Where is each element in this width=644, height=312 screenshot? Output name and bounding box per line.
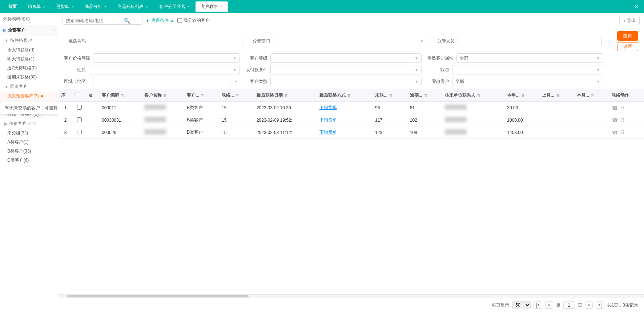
sidebar-item-tomorrow[interactable]: 明天待联络(1)	[0, 54, 58, 64]
row-2-last-month	[539, 114, 574, 126]
my-customers-checkbox[interactable]	[177, 18, 182, 23]
sidebar-item-unsorted[interactable]: 未分组(32)	[0, 129, 58, 138]
tab-home[interactable]: 首页	[3, 1, 22, 12]
select-all-checkbox[interactable]	[76, 93, 80, 97]
manager-label: 分管人员	[433, 38, 455, 44]
next-page-button[interactable]: >	[585, 301, 593, 309]
page-input[interactable]	[563, 301, 575, 309]
sidebar-item-overdue[interactable]: 逾期未联络(30)	[0, 73, 58, 82]
sort-tmonth-icon[interactable]: ⇅	[591, 93, 594, 97]
sidebar-item-loss-warning[interactable]: 流失预警客户(3) ● 90天未交易的客户，可能有流失风险。	[0, 92, 58, 101]
sidebar-all-customers[interactable]: ⊞ 全部客户 «	[0, 25, 58, 36]
price-tier-select[interactable]: ▼	[93, 53, 240, 63]
row-2-date: 2023-02-09 19:52:	[254, 114, 317, 126]
scrollbar-thumb[interactable]	[67, 295, 249, 297]
dept-select[interactable]: ▼	[273, 37, 427, 46]
nature-down-icon: ▼	[233, 68, 237, 72]
data-table: 序 ⚙ 客户编码 ⇅ 客户名称 ⇅ 客户... ⇅	[58, 89, 644, 139]
page-size-select[interactable]: 50 100 200	[512, 301, 531, 309]
status-select[interactable]: ▼	[452, 65, 603, 74]
sort-unit-icon[interactable]: ⇅	[477, 93, 480, 97]
tab-customer-contact-close[interactable]: ×	[220, 4, 222, 9]
row-1-more-icon[interactable]: ⠿	[621, 105, 624, 111]
row-2-check	[73, 114, 86, 126]
edit-icon[interactable]: ✎	[33, 121, 36, 126]
query-button[interactable]: 查询	[617, 31, 638, 41]
last-page-button[interactable]: >|	[596, 301, 604, 309]
refresh-icon[interactable]: ↺	[28, 121, 31, 126]
row-3-more-icon[interactable]: ⠿	[621, 130, 624, 135]
row-3-checkbox[interactable]	[77, 130, 82, 134]
export-button[interactable]: ↑ 导出	[619, 16, 640, 25]
retail-customer-select[interactable]: 全部 ▼	[452, 77, 603, 86]
row-1-checkbox[interactable]	[77, 105, 82, 110]
customer-type-select[interactable]: ▼	[270, 77, 422, 86]
table-row: 3 000026 B类客户 15 2023-02-03 11:12: 下销货单 …	[58, 126, 644, 139]
search-button[interactable]: 🔍	[124, 18, 130, 24]
sidebar-item-week[interactable]: 近7天待联络(0)	[0, 64, 58, 73]
sidebar-search-input[interactable]	[3, 16, 57, 21]
sort-lmonth-icon[interactable]: ⇅	[556, 93, 559, 97]
payment-select[interactable]: ▼	[270, 65, 422, 74]
row-2-more-icon[interactable]: ⠿	[621, 117, 624, 123]
region-input[interactable]	[93, 77, 230, 86]
row-3-method-link[interactable]: 下销货单	[319, 130, 337, 135]
more-conditions-button[interactable]: ▼ 更多条件 ▲	[145, 17, 174, 24]
sort-uncontacted-icon[interactable]: ⇅	[389, 93, 392, 97]
sidebar-item-class-c[interactable]: C类客户(6)	[0, 156, 58, 165]
row-3-action: ☎ ⠿	[609, 126, 644, 139]
table-body: 1 000011 B类客户 15 2023-03-02 10:30: 下销货单 …	[58, 102, 644, 139]
sidebar-group-value[interactable]: ▶ 价值客户 ↺ ✎	[0, 119, 58, 129]
row-2-phone-icon[interactable]: ☎	[612, 117, 618, 123]
manager-more-icon[interactable]: ···	[605, 39, 611, 44]
sort-contacts-icon[interactable]: ⇅	[236, 93, 239, 97]
row-1-num: 1	[58, 102, 73, 114]
settings-button[interactable]: 设置	[617, 42, 638, 51]
horizontal-scrollbar[interactable]	[58, 294, 644, 298]
sidebar-group-pending[interactable]: ▼ 待联络客户	[0, 36, 58, 45]
sort-year-icon[interactable]: ⇅	[522, 93, 524, 97]
sort-code-icon[interactable]: ⇅	[121, 93, 124, 97]
phone-input[interactable]	[89, 37, 242, 46]
retail-attr-select[interactable]: 全部 ▼	[456, 53, 603, 63]
window-close-button[interactable]: ×	[632, 3, 641, 10]
sort-method-icon[interactable]: ⇅	[347, 93, 350, 97]
row-1-phone-icon[interactable]: ☎	[612, 105, 618, 111]
gear-icon[interactable]: ⚙	[89, 93, 93, 98]
region-more-icon[interactable]: ···	[233, 79, 240, 84]
sort-name-icon[interactable]: ⇅	[164, 93, 166, 97]
manager-input[interactable]	[458, 37, 602, 46]
nature-select[interactable]: ▼	[89, 65, 240, 74]
tab-analysis-close[interactable]: ×	[104, 4, 106, 9]
customer-tier-select[interactable]: ▼	[270, 53, 422, 63]
sidebar-item-class-b[interactable]: B类客户(33)	[0, 147, 58, 156]
filter-icon: ▼	[145, 18, 150, 23]
tab-analysis-list[interactable]: 商品分析列表 ×	[112, 1, 153, 12]
sidebar-item-class-a[interactable]: A类客户(1)	[0, 138, 58, 147]
sort-date-icon[interactable]: ⇅	[285, 93, 287, 97]
sort-type-icon[interactable]: ⇅	[201, 93, 204, 97]
row-1-method-link[interactable]: 下销货单	[319, 105, 337, 110]
tab-purchase-close[interactable]: ×	[71, 4, 73, 9]
row-3-phone-icon[interactable]: ☎	[612, 130, 618, 135]
search-input[interactable]	[66, 18, 124, 23]
tab-customer-contact[interactable]: 客户联络 ×	[196, 1, 228, 12]
tab-sales-close[interactable]: ×	[43, 4, 45, 9]
tab-purchase[interactable]: 进货单 ×	[51, 1, 79, 12]
sort-overdue-icon[interactable]: ⇅	[424, 93, 427, 97]
tab-customer-tier[interactable]: 客户分层经营 ×	[154, 1, 195, 12]
tab-customer-tier-close[interactable]: ×	[188, 4, 190, 9]
first-page-button[interactable]: |<	[534, 301, 542, 309]
tab-analysis[interactable]: 商品分析 ×	[80, 1, 112, 12]
row-2-contacts: 15	[219, 114, 254, 126]
sidebar-item-today[interactable]: 今天待联络(0)	[0, 45, 58, 54]
my-customers-checkbox-wrap[interactable]: 我分管的客户	[177, 17, 210, 24]
prev-page-button[interactable]: <	[545, 301, 553, 309]
row-2-num: 2	[58, 114, 73, 126]
sidebar-group-attrition[interactable]: ▼ 回流客户	[0, 82, 58, 92]
tab-sales[interactable]: 销售单 ×	[23, 1, 50, 12]
sidebar-search-wrap: 🔍	[0, 13, 58, 25]
row-2-checkbox[interactable]	[77, 117, 82, 122]
row-2-method-link[interactable]: 下销货单	[319, 117, 337, 122]
tab-analysis-list-close[interactable]: ×	[146, 4, 148, 9]
